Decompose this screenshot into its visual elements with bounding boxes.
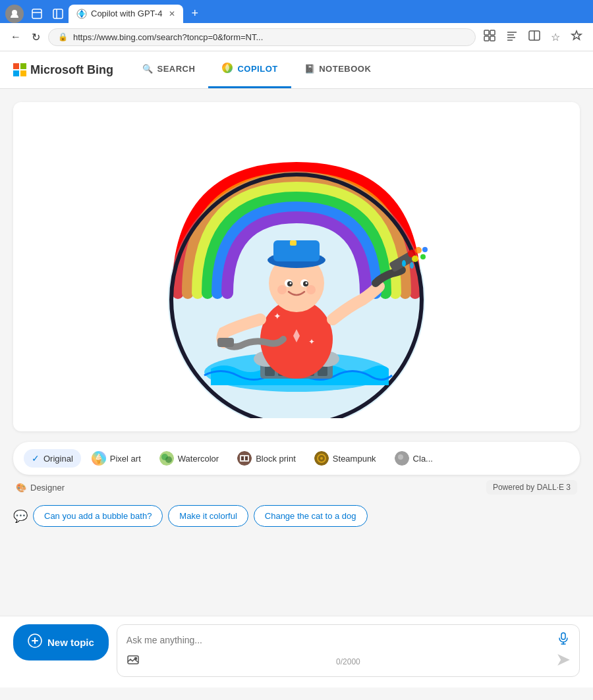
svg-point-34 [410, 262, 414, 269]
suggestions-row: 💬 Can you add a bubble bath? Make it col… [13, 505, 580, 527]
svg-rect-8 [484, 36, 489, 41]
style-steampunk[interactable]: Steampunk [306, 447, 384, 470]
svg-point-45 [306, 283, 308, 284]
nav-items: 🔍 SEARCH COPILO [129, 51, 384, 88]
svg-rect-39 [290, 240, 296, 246]
active-tab[interactable]: Copilot with GPT-4 ✕ [69, 5, 183, 23]
suggestion-bubble-bath[interactable]: Can you add a bubble bath? [33, 505, 163, 527]
nav-notebook-label: NOTEBOOK [319, 64, 371, 74]
microphone-button[interactable] [557, 632, 570, 648]
input-area: 0/2000 [117, 624, 580, 677]
collections-btn[interactable] [568, 27, 585, 47]
svg-rect-7 [490, 30, 495, 35]
style-cla[interactable]: Cla... [387, 447, 441, 470]
style-cla-label: Cla... [413, 454, 433, 464]
svg-point-33 [402, 260, 406, 267]
image-input-button[interactable] [127, 653, 140, 670]
svg-rect-1 [32, 9, 42, 18]
watercolor-thumb [159, 451, 174, 466]
sidebar-icon[interactable] [50, 6, 66, 22]
steampunk-thumb [314, 451, 329, 466]
user-avatar[interactable] [5, 5, 24, 23]
send-button[interactable] [557, 653, 570, 670]
pixel-art-thumb: 🍦 [92, 451, 106, 466]
nav-search-label: SEARCH [157, 64, 196, 74]
new-tab-button[interactable]: + [186, 4, 204, 23]
svg-point-29 [415, 247, 422, 254]
address-actions: ☆ [481, 27, 585, 47]
ms-logo-green [20, 63, 26, 69]
reload-button[interactable]: ↻ [29, 28, 43, 46]
tabs-icon[interactable] [29, 6, 45, 22]
designer-icon: 🎨 [16, 483, 26, 493]
new-topic-icon [28, 633, 42, 651]
designer-text: Designer [30, 483, 65, 493]
suggestion-colorful[interactable]: Make it colorful [168, 505, 248, 527]
style-steampunk-label: Steampunk [333, 454, 376, 464]
svg-rect-26 [217, 338, 234, 347]
tab-close-btn[interactable]: ✕ [169, 9, 175, 18]
style-original-label: Original [43, 454, 73, 464]
svg-point-69 [134, 658, 136, 660]
svg-rect-56 [245, 456, 248, 460]
bottom-bar: New topic 0/2000 [0, 616, 593, 687]
ask-input[interactable] [127, 635, 551, 645]
nav-search[interactable]: 🔍 SEARCH [129, 51, 208, 88]
svg-text:✦: ✦ [273, 311, 281, 321]
svg-point-44 [290, 283, 292, 284]
browser-chrome: Copilot with GPT-4 ✕ + ← ↻ 🔒 https://www… [0, 0, 593, 51]
designer-footer: 🎨 Designer Powered by DALL·E 3 [13, 480, 580, 495]
char-count: 0/2000 [336, 657, 360, 666]
svg-point-61 [398, 454, 403, 460]
bing-logo-text: Microsoft Bing [30, 63, 113, 77]
help-icon[interactable]: 💬 [13, 509, 28, 524]
tab-grid-btn[interactable] [481, 27, 498, 47]
chat-area: ✦ ✦ ✓ Original 🍦 Pixel art Wat [13, 102, 580, 527]
new-topic-button[interactable]: New topic [13, 624, 109, 660]
tab-bar: Copilot with GPT-4 ✕ + [0, 0, 593, 23]
svg-rect-65 [561, 633, 565, 639]
powered-badge: Powered by DALL·E 3 [486, 480, 577, 495]
split-screen-btn[interactable] [526, 27, 543, 47]
back-button[interactable]: ← [8, 28, 24, 45]
svg-point-31 [420, 254, 426, 259]
ms-logo-blue [13, 70, 19, 76]
new-topic-label: New topic [47, 637, 94, 648]
style-block-print[interactable]: Block print [229, 447, 304, 470]
cla-thumb [395, 451, 409, 466]
svg-rect-55 [241, 456, 244, 460]
favorites-btn[interactable]: ☆ [548, 27, 563, 47]
svg-point-30 [412, 256, 418, 262]
bing-logo[interactable]: Microsoft Bing [13, 63, 113, 77]
input-row [127, 632, 570, 648]
tab-label: Copilot with GPT-4 [91, 9, 162, 18]
check-icon: ✓ [32, 453, 40, 464]
style-watercolor-label: Watercolor [178, 454, 219, 464]
notebook-nav-icon: 📓 [304, 64, 316, 74]
svg-text:✦: ✦ [308, 337, 315, 346]
nav-copilot[interactable]: COPILOT [208, 51, 291, 88]
ms-logo-yellow [20, 70, 26, 76]
suggestion-cat-dog[interactable]: Change the cat to a dog [254, 505, 368, 527]
style-block-label: Block print [256, 454, 296, 464]
svg-point-52 [165, 456, 172, 463]
read-mode-btn[interactable] [503, 27, 521, 47]
style-watercolor[interactable]: Watercolor [152, 447, 227, 470]
lock-icon: 🔒 [58, 32, 68, 41]
style-original[interactable]: ✓ Original [24, 449, 81, 468]
address-bar: ← ↻ 🔒 https://www.bing.com/search?toncp=… [0, 23, 593, 51]
copilot-tab-icon [76, 9, 87, 19]
url-bar[interactable]: 🔒 https://www.bing.com/search?toncp=0&fo… [48, 28, 476, 46]
svg-point-47 [306, 285, 316, 294]
designer-label: 🎨 Designer [16, 483, 65, 493]
nav-copilot-label: COPILOT [237, 64, 277, 74]
bing-navigation: Microsoft Bing 🔍 SEARCH [0, 51, 593, 89]
nav-notebook[interactable]: 📓 NOTEBOOK [291, 51, 385, 88]
generated-image: ✦ ✦ [145, 115, 448, 418]
style-pixel-art[interactable]: 🍦 Pixel art [84, 447, 149, 470]
style-selector: ✓ Original 🍦 Pixel art Watercolor Block … [13, 442, 580, 475]
svg-rect-6 [484, 30, 489, 35]
ms-logo-squares [13, 63, 26, 76]
block-print-thumb [237, 451, 252, 466]
main-content: ✦ ✦ ✓ Original 🍦 Pixel art Wat [0, 89, 593, 616]
